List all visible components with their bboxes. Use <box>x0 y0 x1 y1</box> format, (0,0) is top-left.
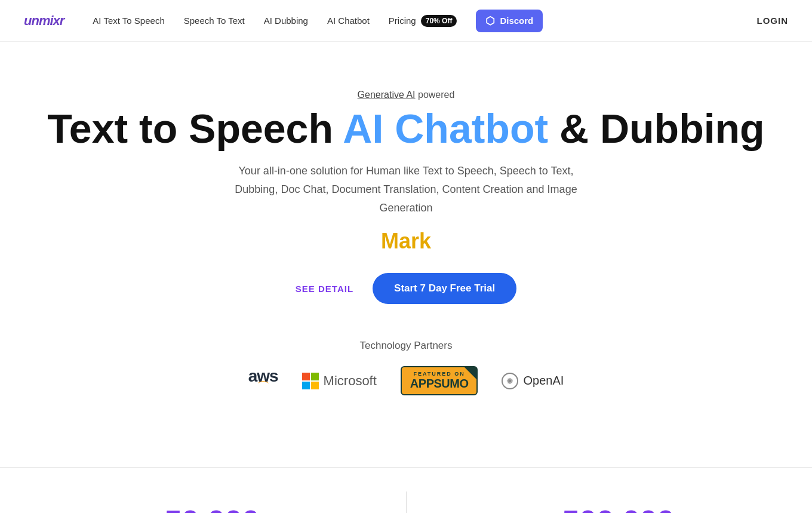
discord-icon: ⬡ <box>485 14 495 27</box>
logo[interactable]: unmixr <box>24 13 64 29</box>
microsoft-logo: Microsoft <box>302 373 377 389</box>
login-button[interactable]: LOGIN <box>757 16 789 26</box>
tagline-rest: powered <box>416 90 455 100</box>
tagline-underline: Generative AI <box>358 90 416 100</box>
stat-active-users: +50,000 👥 Active Users <box>0 492 407 513</box>
appsumo-badge: FEATURED ON APPSUMO <box>401 366 478 395</box>
pricing-wrap: Pricing 70% Off <box>389 15 457 27</box>
partners-section: Technology Partners aws ⌒ Microsoft FEAT… <box>12 340 800 395</box>
partners-label: Technology Partners <box>12 340 800 352</box>
stat-users-number: +50,000 <box>12 503 394 513</box>
discord-button[interactable]: ⬡ Discord <box>476 10 543 32</box>
nav-links: AI Text To Speech Speech To Text AI Dubb… <box>93 10 756 32</box>
microsoft-text: Microsoft <box>324 373 377 389</box>
discord-label: Discord <box>500 16 533 26</box>
hero-subtitle: Your all-in-one solution for Human like … <box>233 162 579 217</box>
microsoft-grid-icon <box>302 373 319 389</box>
partners-logos: aws ⌒ Microsoft FEATURED ON APPSUMO ✺ Op… <box>12 366 800 395</box>
aws-arrow-icon: ⌒ <box>257 381 270 394</box>
hero-tagline: Generative AI powered <box>12 90 800 100</box>
openai-logo: ✺ OpenAI <box>502 373 564 389</box>
logo-text: unmixr <box>24 13 64 28</box>
appsumo-name-text: APPSUMO <box>410 377 469 391</box>
navbar: unmixr AI Text To Speech Speech To Text … <box>0 0 812 42</box>
stat-audio-number: +500,000 <box>419 503 801 513</box>
stats-section: +50,000 👥 Active Users +500,000 ♩ Audio … <box>0 467 812 513</box>
hero-title: Text to Speech AI Chatbot & Dubbing <box>12 107 800 150</box>
pricing-badge: 70% Off <box>421 15 457 27</box>
trial-button[interactable]: Start 7 Day Free Trial <box>373 273 516 304</box>
openai-text: OpenAI <box>523 374 564 388</box>
nav-ai-chatbot[interactable]: AI Chatbot <box>327 16 370 26</box>
nav-speech-to-text[interactable]: Speech To Text <box>184 16 245 26</box>
aws-logo: aws ⌒ <box>248 368 278 394</box>
hero-actions: SEE DETAIL Start 7 Day Free Trial <box>12 273 800 304</box>
hero-username: Mark <box>12 229 800 254</box>
nav-pricing[interactable]: Pricing <box>389 16 416 26</box>
hero-title-part1: Text to Speech <box>47 106 343 151</box>
nav-ai-dubbing[interactable]: AI Dubbing <box>264 16 308 26</box>
hero-title-highlight: AI Chatbot <box>343 106 548 151</box>
stat-audio-generated: +500,000 ♩ Audio Generated <box>407 492 813 513</box>
openai-icon: ✺ <box>502 373 518 389</box>
hero-section: Generative AI powered Text to Speech AI … <box>0 42 812 467</box>
appsumo-featured-text: FEATURED ON <box>414 371 465 377</box>
appsumo-corner-icon <box>465 367 476 379</box>
nav-ai-text-to-speech[interactable]: AI Text To Speech <box>93 16 164 26</box>
hero-title-part2: & Dubbing <box>548 106 765 151</box>
see-detail-button[interactable]: SEE DETAIL <box>296 284 353 294</box>
